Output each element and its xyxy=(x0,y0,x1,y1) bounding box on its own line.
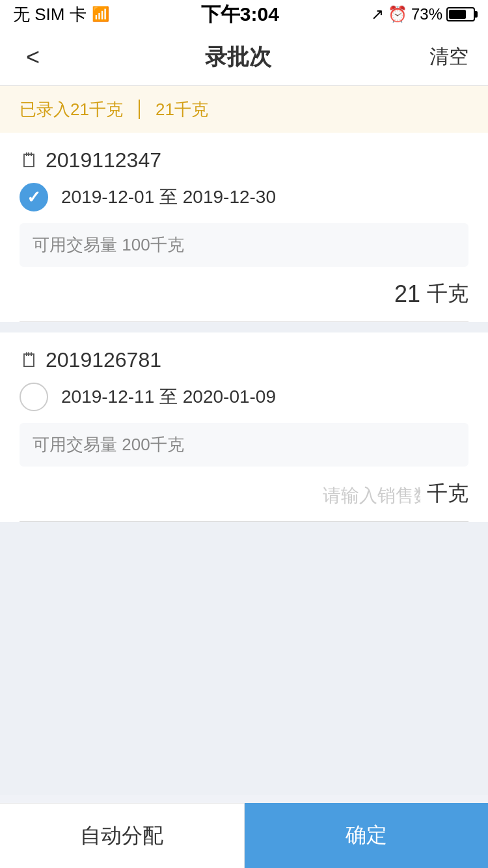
wifi-icon: 📶 xyxy=(92,6,109,23)
doc-icon-2: 🗒 xyxy=(20,349,39,372)
radio-button-2[interactable] xyxy=(20,383,48,411)
qty-row-1: 千克 xyxy=(0,267,488,321)
status-bar: 无 SIM 卡 📶 下午3:04 ↗ ⏰ 73% xyxy=(0,0,488,29)
batch-number-1: 2019112347 xyxy=(46,148,161,172)
confirm-button[interactable]: 确定 xyxy=(245,803,489,868)
qty-input-1[interactable] xyxy=(323,280,420,308)
batch-header-1: 🗒 2019112347 xyxy=(0,133,488,178)
status-left: 无 SIM 卡 📶 xyxy=(13,3,109,26)
battery-percent: 73% xyxy=(411,5,442,23)
batch-item-2: 🗒 2019126781 2019-12-11 至 2020-01-09 可用交… xyxy=(0,332,488,522)
status-right: ↗ ⏰ 73% xyxy=(371,5,475,23)
location-icon: ↗ xyxy=(371,5,384,23)
keyboard-area xyxy=(0,522,488,795)
qty-unit-1: 千克 xyxy=(427,280,468,308)
status-time: 下午3:04 xyxy=(201,1,279,28)
info-label: 已录入21千克 xyxy=(20,98,123,121)
auto-distribute-button[interactable]: 自动分配 xyxy=(0,803,245,868)
avail-qty-1: 可用交易量 100千克 xyxy=(20,223,468,267)
battery-fill xyxy=(449,10,466,19)
qty-unit-2: 千克 xyxy=(427,480,468,508)
batch-header-2: 🗒 2019126781 xyxy=(0,332,488,377)
date-range-1: 2019-12-01 至 2019-12-30 xyxy=(61,185,276,210)
info-value: 21千克 xyxy=(156,98,208,121)
batch-item-1: 🗒 2019112347 2019-12-01 至 2019-12-30 可用交… xyxy=(0,133,488,322)
avail-qty-2: 可用交易量 200千克 xyxy=(20,423,468,467)
clear-button[interactable]: 清空 xyxy=(429,44,468,70)
alarm-icon: ⏰ xyxy=(388,5,407,23)
date-range-2: 2019-12-11 至 2020-01-09 xyxy=(61,385,276,409)
info-divider xyxy=(139,100,140,119)
radio-button-1[interactable] xyxy=(20,183,48,211)
info-banner: 已录入21千克 21千克 xyxy=(0,86,488,133)
doc-icon-1: 🗒 xyxy=(20,150,39,172)
bottom-bar: 自动分配 确定 xyxy=(0,803,488,868)
date-row-1: 2019-12-01 至 2019-12-30 xyxy=(0,178,488,217)
page-title: 录批次 xyxy=(205,42,271,72)
back-button[interactable]: < xyxy=(20,37,46,77)
date-row-2: 2019-12-11 至 2020-01-09 xyxy=(0,377,488,416)
battery-icon xyxy=(446,7,475,21)
batch-number-2: 2019126781 xyxy=(46,348,161,372)
sim-label: 无 SIM 卡 xyxy=(13,3,87,26)
nav-bar: < 录批次 清空 xyxy=(0,29,488,86)
qty-input-2[interactable] xyxy=(323,480,420,508)
qty-row-2: 千克 xyxy=(0,467,488,521)
section-divider xyxy=(0,322,488,332)
